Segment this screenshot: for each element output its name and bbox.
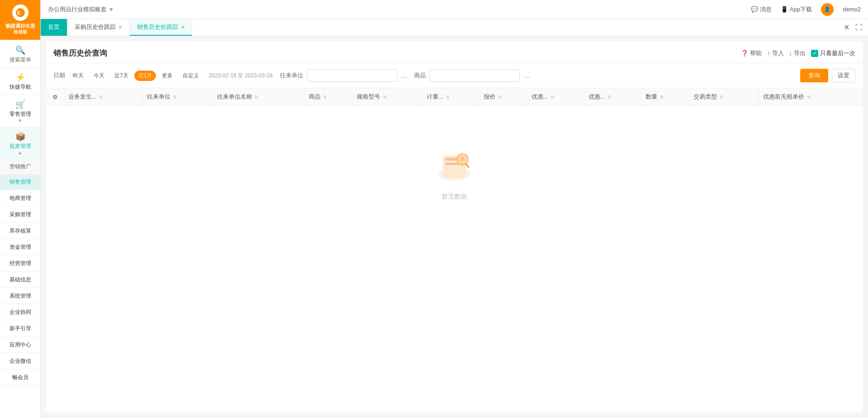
settings-button[interactable]: 设置 bbox=[832, 69, 855, 82]
account-name: 办公用品行业模拟账套 bbox=[48, 5, 107, 14]
col-settings[interactable]: ⚙ bbox=[46, 88, 64, 106]
table-header-row: ⚙ 业务发生... ⇅ 往来单位 ⇅ 往来单位名称 ⇅ 商品 ⇅ 规格型号 ⇅ … bbox=[46, 88, 863, 106]
message-action[interactable]: 💬 消息 bbox=[751, 5, 772, 14]
sidebar-item-guide[interactable]: 新手引导 bbox=[0, 320, 40, 337]
counterparty-input[interactable] bbox=[307, 69, 397, 82]
date-btn-yesterday[interactable]: 昨天 bbox=[69, 71, 88, 81]
date-btn-custom[interactable]: 自定义 bbox=[179, 71, 203, 81]
sidebar-subitem-marketing[interactable]: 营销推广 bbox=[0, 159, 40, 175]
empty-state: ? 暂无数据 bbox=[46, 106, 863, 237]
sidebar-item-finance[interactable]: 资金管理 bbox=[0, 239, 40, 255]
top-header: 办公用品行业模拟账套 ▼ 💬 消息 📱 App下载 👤 demo2 bbox=[41, 0, 868, 19]
import-btn[interactable]: ↑ 导入 bbox=[767, 49, 784, 57]
col-spec[interactable]: 规格型号 ⇅ bbox=[353, 88, 423, 106]
product-dots[interactable]: ... bbox=[524, 71, 529, 80]
sidebar-item-appstore[interactable]: 应用中心 bbox=[0, 337, 40, 353]
search-icon: 🔍 bbox=[15, 45, 25, 55]
retail-icon: 🛒 bbox=[15, 100, 25, 109]
export-label: 导出 bbox=[794, 49, 806, 57]
tab-purchase-history[interactable]: 采购历史价跟踪 × bbox=[67, 19, 130, 36]
appstore-label: 应用中心 bbox=[9, 341, 31, 349]
sidebar: 6 畅捷通好生意 标准版 🔍 搜索菜单 ⚡ 快捷导航 🛒 零售管理 ▼ 📦 批发… bbox=[0, 0, 41, 418]
only-last-checkbox[interactable]: ✓ 只看最后一次 bbox=[811, 49, 855, 57]
wholesale-label: 批发管理 bbox=[9, 142, 31, 150]
col-quote[interactable]: 报价 ⇅ bbox=[480, 88, 528, 106]
query-button[interactable]: 查询 bbox=[800, 69, 828, 82]
tab-fullscreen-icon[interactable]: ⛶ bbox=[854, 22, 864, 33]
date-filter-label: 日期 bbox=[53, 71, 65, 80]
sidebar-item-purchase[interactable]: 采购管理 bbox=[0, 206, 40, 223]
sidebar-logo[interactable]: 6 畅捷通好生意 标准版 bbox=[0, 0, 41, 40]
sidebar-item-ecommerce[interactable]: 电商管理 bbox=[0, 190, 40, 206]
sidebar-item-retail[interactable]: 🛒 零售管理 ▼ bbox=[0, 95, 40, 127]
tab-sales-close[interactable]: × bbox=[181, 24, 184, 30]
dropdown-arrow-icon: ▼ bbox=[108, 6, 114, 13]
col-trade-type[interactable]: 交易类型 ⇅ bbox=[689, 88, 760, 106]
col-biz-date[interactable]: 业务发生... ⇅ bbox=[64, 88, 143, 106]
col-product[interactable]: 商品 ⇅ bbox=[305, 88, 353, 106]
tab-purchase-close[interactable]: × bbox=[118, 24, 122, 30]
tab-home[interactable]: 首页 bbox=[41, 19, 67, 36]
col-unit[interactable]: 计量... ⇅ bbox=[423, 88, 480, 106]
checkbox-icon: ✓ bbox=[811, 50, 818, 57]
sidebar-item-member[interactable]: 畅会员 bbox=[0, 369, 40, 385]
nav-label: 快捷导航 bbox=[9, 83, 31, 91]
page-title: 销售历史价查询 bbox=[53, 48, 107, 58]
export-btn[interactable]: ↓ 导出 bbox=[789, 49, 806, 57]
counterparty-filter-group: 往来单位 ... bbox=[280, 69, 407, 82]
empty-text: 暂无数据 bbox=[442, 193, 467, 201]
product-filter-label: 商品 bbox=[414, 71, 426, 80]
counterparty-filter-label: 往来单位 bbox=[280, 71, 303, 80]
app-download-action[interactable]: 📱 App下载 bbox=[781, 5, 812, 14]
search-label: 搜索菜单 bbox=[9, 56, 31, 64]
account-dropdown[interactable]: 办公用品行业模拟账套 ▼ bbox=[48, 5, 114, 14]
col-quantity[interactable]: 数量 ⇅ bbox=[642, 88, 689, 106]
date-btn-last7[interactable]: 近7天 bbox=[110, 71, 132, 81]
empty-icon: ? bbox=[432, 142, 477, 187]
counterparty-dots[interactable]: ... bbox=[401, 71, 407, 80]
wholesale-arrow: ▲ bbox=[18, 150, 23, 155]
tab-sales-history[interactable]: 销售历史价跟踪 × bbox=[130, 19, 192, 36]
data-table: ⚙ 业务发生... ⇅ 往来单位 ⇅ 往来单位名称 ⇅ 商品 ⇅ 规格型号 ⇅ … bbox=[46, 88, 863, 106]
user-avatar[interactable]: 👤 bbox=[821, 3, 834, 16]
logo-icon: 6 bbox=[12, 5, 28, 21]
product-input[interactable] bbox=[429, 69, 520, 82]
sidebar-nav-quick[interactable]: ⚡ 快捷导航 bbox=[0, 68, 40, 95]
col-counterparty-code[interactable]: 往来单位 ⇅ bbox=[143, 88, 213, 106]
main-area: 办公用品行业模拟账套 ▼ 💬 消息 📱 App下载 👤 demo2 首页 采购历… bbox=[41, 0, 868, 418]
date-btn-today[interactable]: 今天 bbox=[90, 71, 108, 81]
col-discount1[interactable]: 优惠... ⇅ bbox=[528, 88, 585, 106]
col-pre-tax[interactable]: 优惠前无税单价 ⇅ bbox=[760, 88, 863, 106]
guide-label: 新手引导 bbox=[9, 325, 31, 332]
tab-purchase-label: 采购历史价跟踪 bbox=[75, 23, 116, 31]
date-btn-more[interactable]: 更多 bbox=[158, 71, 177, 81]
member-label: 畅会员 bbox=[12, 374, 28, 381]
date-btn-last1m[interactable]: 近1月 bbox=[134, 71, 156, 81]
sidebar-subitem-sales[interactable]: 销售管理 bbox=[0, 175, 40, 190]
help-icon: ❓ bbox=[741, 50, 748, 57]
date-range-text: 2023-02-18 至 2023-03-18 bbox=[208, 72, 272, 80]
filter-actions: 查询 设置 bbox=[800, 69, 855, 82]
sidebar-item-operations[interactable]: 经营管理 bbox=[0, 255, 40, 271]
sidebar-item-enterprise[interactable]: 企业协同 bbox=[0, 304, 40, 320]
help-btn[interactable]: ❓ 帮助 bbox=[741, 49, 762, 57]
sidebar-item-system[interactable]: 系统管理 bbox=[0, 288, 40, 304]
col-discount2[interactable]: 优惠... ⇅ bbox=[585, 88, 642, 106]
wholesale-icon: 📦 bbox=[15, 132, 25, 142]
app-label: App下载 bbox=[790, 5, 812, 14]
tab-close-all-icon[interactable]: ✕ bbox=[841, 22, 852, 33]
sidebar-item-inventory[interactable]: 库存核算 bbox=[0, 223, 40, 239]
page-actions: ❓ 帮助 ↑ 导入 ↓ 导出 ✓ 只看最后一次 bbox=[741, 49, 855, 57]
sidebar-item-basic[interactable]: 基础信息 bbox=[0, 271, 40, 288]
sidebar-item-wechat[interactable]: 企业微信 bbox=[0, 353, 40, 369]
header-right: 💬 消息 📱 App下载 👤 demo2 bbox=[751, 3, 861, 16]
sidebar-search[interactable]: 🔍 搜索菜单 bbox=[0, 40, 40, 68]
sidebar-item-wholesale[interactable]: 📦 批发管理 ▲ bbox=[0, 127, 40, 159]
retail-label: 零售管理 bbox=[9, 110, 31, 118]
basic-label: 基础信息 bbox=[9, 276, 31, 284]
username-label[interactable]: demo2 bbox=[843, 6, 861, 13]
table-container: ⚙ 业务发生... ⇅ 往来单位 ⇅ 往来单位名称 ⇅ 商品 ⇅ 规格型号 ⇅ … bbox=[46, 88, 863, 413]
help-label: 帮助 bbox=[750, 49, 762, 57]
wholesale-subitems: 营销推广 销售管理 bbox=[0, 159, 40, 190]
col-counterparty-name[interactable]: 往来单位名称 ⇅ bbox=[213, 88, 305, 106]
